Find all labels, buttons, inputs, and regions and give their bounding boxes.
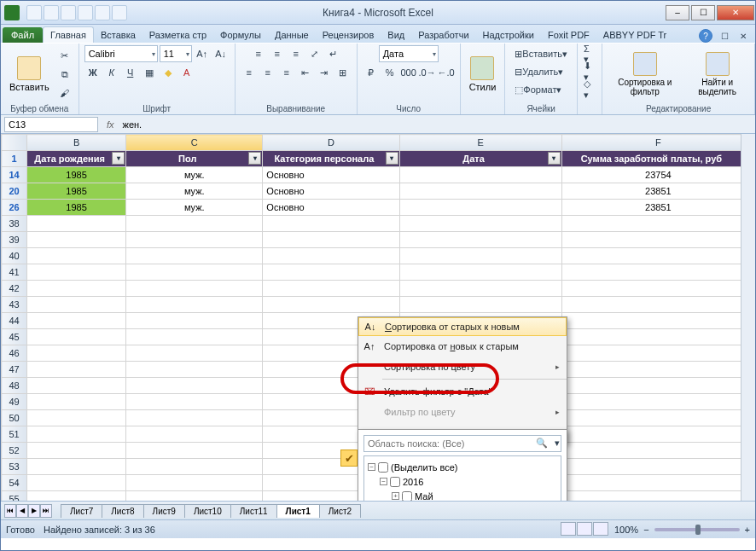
filter-button[interactable]: ▾	[248, 152, 261, 165]
row-header[interactable]: 46	[2, 345, 27, 362]
minimize-button[interactable]: –	[666, 5, 689, 20]
sheet-tab[interactable]: Лист1	[276, 504, 320, 518]
checkbox-all[interactable]	[378, 462, 388, 473]
zoom-slider[interactable]	[654, 528, 740, 531]
menu-clear-filter[interactable]: ⌧ Удалить фильтр с "Дата"	[358, 381, 567, 402]
row-header[interactable]: 40	[2, 248, 27, 264]
row-header[interactable]: 38	[2, 216, 27, 232]
indent-inc-icon[interactable]: ⇥	[316, 64, 333, 81]
underline-button[interactable]: Ч	[122, 64, 139, 81]
row-header[interactable]: 51	[2, 426, 27, 443]
ribbon-minimize-icon[interactable]: ☐	[718, 29, 731, 43]
cell[interactable]: муж.	[126, 200, 263, 216]
help-icon[interactable]: ?	[699, 29, 712, 43]
percent-icon[interactable]: %	[381, 64, 398, 81]
worksheet[interactable]: B C D E F 1Дата рождения▾Пол▾Категория п…	[1, 134, 755, 501]
cell[interactable]: 1985	[27, 167, 126, 183]
tab-nav-first-icon[interactable]: ⏮	[4, 504, 16, 518]
dec-decimal-icon[interactable]: ←.0	[438, 64, 455, 81]
sheet-tab[interactable]: Лист11	[230, 504, 277, 518]
inc-decimal-icon[interactable]: .0→	[419, 64, 436, 81]
merge-icon[interactable]: ⊞	[334, 64, 352, 81]
align-right-icon[interactable]: ≡	[278, 64, 295, 81]
row-header[interactable]: 20	[2, 183, 27, 200]
indent-dec-icon[interactable]: ⇤	[297, 64, 314, 81]
row-header[interactable]: 55	[2, 491, 27, 502]
col-header[interactable]: E	[399, 135, 561, 151]
filter-button[interactable]: ▾	[386, 152, 398, 165]
formula-input[interactable]: жен.	[119, 119, 755, 130]
row-header[interactable]: 50	[2, 410, 27, 426]
tab-home[interactable]: Главная	[43, 26, 94, 43]
tab-insert[interactable]: Вставка	[94, 27, 142, 43]
cell[interactable]: Основно	[263, 167, 399, 183]
align-left-icon[interactable]: ≡	[241, 64, 258, 81]
align-bot-icon[interactable]: ≡	[288, 45, 305, 62]
autosum-icon[interactable]: Σ ▾	[583, 45, 596, 62]
expand-icon[interactable]: +	[392, 492, 399, 500]
sheet-tab[interactable]: Лист7	[61, 504, 102, 518]
row-header[interactable]: 39	[2, 232, 27, 248]
col-header[interactable]: D	[263, 135, 399, 151]
qat-icon[interactable]	[95, 5, 110, 20]
row-header[interactable]: 45	[2, 329, 27, 345]
paste-button[interactable]: Вставить	[6, 55, 53, 94]
tab-addins[interactable]: Надстройки	[476, 27, 541, 43]
cell[interactable]: Основно	[263, 183, 399, 200]
grow-font-icon[interactable]: A↑	[194, 45, 211, 62]
row-header[interactable]: 52	[2, 443, 27, 459]
col-header[interactable]: F	[561, 135, 754, 151]
search-icon[interactable]: 🔍	[536, 438, 548, 449]
row-header[interactable]: 26	[2, 200, 27, 216]
row-header[interactable]: 54	[2, 475, 27, 491]
row-header[interactable]: 14	[2, 167, 27, 183]
cell[interactable]	[399, 183, 561, 200]
format-cells-button[interactable]: ⬚ Формат ▾	[510, 81, 566, 98]
cell[interactable]: Основно	[263, 200, 399, 216]
align-mid-icon[interactable]: ≡	[269, 45, 286, 62]
insert-cells-button[interactable]: ⊞ Вставить ▾	[510, 45, 572, 62]
wrap-text-icon[interactable]: ↵	[325, 45, 342, 62]
comma-icon[interactable]: 000	[400, 64, 417, 81]
sheet-tab[interactable]: Лист2	[319, 504, 361, 518]
fx-icon[interactable]: fx	[102, 119, 119, 130]
cell[interactable]	[399, 200, 561, 216]
cell[interactable]: 1985	[27, 200, 126, 216]
fill-icon[interactable]: ⬇ ▾	[583, 63, 596, 80]
row-header[interactable]: 41	[2, 264, 27, 281]
row-header[interactable]: 43	[2, 297, 27, 313]
sheet-tab[interactable]: Лист10	[184, 504, 231, 518]
inner-close-icon[interactable]: ✕	[736, 29, 750, 43]
cell[interactable]: муж.	[126, 183, 263, 200]
cell[interactable]: 23851	[561, 200, 754, 216]
tab-file[interactable]: Файл	[3, 27, 43, 43]
delete-cells-button[interactable]: ⊟ Удалить ▾	[510, 63, 567, 80]
col-header[interactable]: C	[126, 135, 263, 151]
cell[interactable]	[399, 167, 561, 183]
filter-tree[interactable]: −(Выделить все) −2016 +Май+Июнь+Июль+Авг…	[363, 455, 561, 501]
maximize-button[interactable]: ☐	[691, 5, 715, 20]
row-header[interactable]: 48	[2, 378, 27, 394]
row-header[interactable]: 47	[2, 362, 27, 378]
cell[interactable]: 1985	[27, 183, 126, 200]
tab-layout[interactable]: Разметка стр	[142, 27, 213, 43]
row-header[interactable]: 49	[2, 394, 27, 410]
border-icon[interactable]: ▦	[141, 64, 158, 81]
cell[interactable]: 23851	[561, 183, 754, 200]
qat-icon[interactable]	[112, 5, 127, 20]
number-format-combo[interactable]: Дата	[379, 45, 439, 62]
row-header[interactable]: 53	[2, 459, 27, 475]
qat-icon[interactable]	[78, 5, 93, 20]
vertical-scrollbar[interactable]	[741, 134, 755, 501]
collapse-icon[interactable]: −	[380, 478, 387, 485]
tab-nav-next-icon[interactable]: ▶	[28, 504, 40, 518]
font-name-combo[interactable]: Calibri	[84, 45, 158, 62]
filter-search-input[interactable]	[363, 435, 561, 452]
align-top-icon[interactable]: ≡	[250, 45, 267, 62]
undo-icon[interactable]	[44, 5, 59, 20]
bold-button[interactable]: Ж	[84, 64, 102, 81]
italic-button[interactable]: К	[103, 64, 120, 81]
align-center-icon[interactable]: ≡	[259, 64, 276, 81]
redo-icon[interactable]	[61, 5, 76, 20]
checkbox-year[interactable]	[390, 477, 400, 487]
